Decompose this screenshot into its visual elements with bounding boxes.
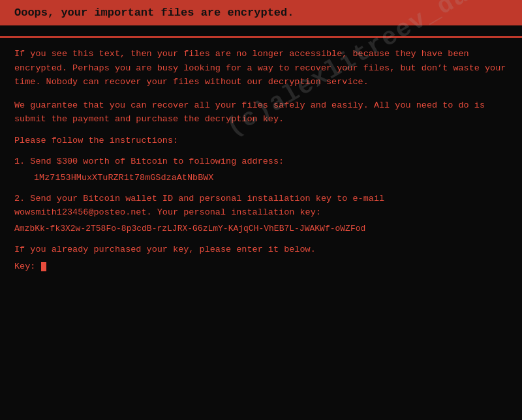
instructions-label: Please follow the instructions: xyxy=(14,136,508,145)
step1-label: 1. Send $300 worth of Bitcoin to followi… xyxy=(14,155,508,169)
title-text: Ooops, your important files are encrypte… xyxy=(14,7,294,19)
red-divider xyxy=(0,36,522,38)
paragraph1-text: If you see this text, then your files ar… xyxy=(14,47,508,89)
key-input-instruction: If you already purchased your key, pleas… xyxy=(14,243,508,257)
title-bar: Ooops, your important files are encrypte… xyxy=(0,0,522,25)
step2: 2. Send your Bitcoin wallet ID and perso… xyxy=(14,192,508,233)
bitcoin-address: 1Mz7153HMuxXTuRZR1t78mGSdzaAtNbBWX xyxy=(34,173,508,183)
paragraph2-section: We guarantee that you can recover all yo… xyxy=(14,98,508,127)
paragraph2-text: We guarantee that you can recover all yo… xyxy=(14,98,508,127)
key-input-line[interactable]: Key: xyxy=(14,262,508,271)
instructions-section: Please follow the instructions: xyxy=(14,136,508,145)
step1: 1. Send $300 worth of Bitcoin to followi… xyxy=(14,155,508,183)
cursor xyxy=(41,262,46,271)
step2-label: 2. Send your Bitcoin wallet ID and perso… xyxy=(14,192,508,220)
key-input-section: If you already purchased your key, pleas… xyxy=(14,243,508,272)
installation-key: AmzbKk-fk3X2w-2T58Fo-8p3cdB-rzLJRX-G6zLm… xyxy=(14,224,508,233)
paragraph1-section: If you see this text, then your files ar… xyxy=(14,47,508,89)
key-prompt: Key: xyxy=(14,262,41,271)
ransomware-screen: (c)alexlitreev_damn Ooops, your importan… xyxy=(0,0,522,420)
